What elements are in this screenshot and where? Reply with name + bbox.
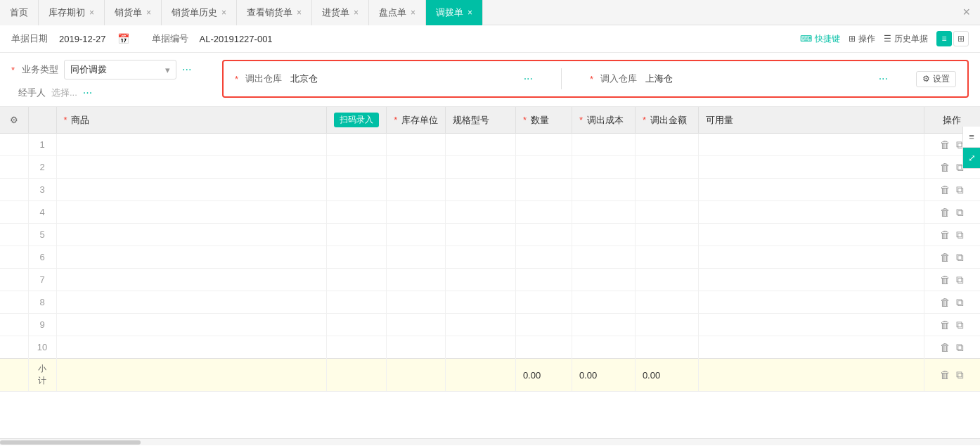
row-qty-cell[interactable] (515, 224, 572, 246)
row-spec-cell[interactable] (445, 224, 515, 246)
tab-purchase-close[interactable]: × (354, 8, 359, 18)
row-unit-cell[interactable] (387, 134, 446, 156)
row-product-cell[interactable] (56, 291, 327, 314)
row-spec-cell[interactable] (445, 314, 515, 336)
row-cost-cell[interactable] (572, 269, 635, 291)
tab-inventory-init[interactable]: 库存期初 × (39, 0, 105, 25)
row-amount-cell[interactable] (635, 269, 698, 291)
row-qty-cell[interactable] (515, 134, 572, 156)
row-qty-cell[interactable] (515, 156, 572, 179)
row-qty-cell[interactable] (515, 246, 572, 269)
row-cost-cell[interactable] (572, 336, 635, 359)
operations-button[interactable]: ⊞ 操作 (849, 33, 875, 45)
row-qty-cell[interactable] (515, 336, 572, 359)
row-cost-cell[interactable] (572, 246, 635, 269)
row-product-cell[interactable] (56, 224, 327, 246)
row-spec-cell[interactable] (445, 291, 515, 314)
row-unit-cell[interactable] (387, 314, 446, 336)
shortcut-button[interactable]: ⌨ 快捷键 (800, 33, 840, 45)
row-unit-cell[interactable] (387, 291, 446, 314)
row-spec-cell[interactable] (445, 201, 515, 224)
tab-home[interactable]: 首页 (0, 0, 39, 25)
row-cost-cell[interactable] (572, 179, 635, 201)
biz-type-select[interactable]: 同价调拨 ▾ (64, 60, 176, 79)
row-product-cell[interactable] (56, 246, 327, 269)
global-close-button[interactable]: × (953, 5, 980, 20)
row-product-cell[interactable] (56, 179, 327, 201)
list-view-button[interactable]: ≡ (936, 31, 952, 46)
row-amount-cell[interactable] (635, 179, 698, 201)
right-panel-list-button[interactable]: ≡ (963, 127, 980, 148)
row-qty-cell[interactable] (515, 291, 572, 314)
row-cost-cell[interactable] (572, 291, 635, 314)
tab-sales-history-close[interactable]: × (221, 8, 226, 18)
row-copy-icon[interactable]: ⧉ (956, 206, 964, 218)
row-delete-icon[interactable]: 🗑 (940, 319, 950, 331)
row-copy-icon[interactable]: ⧉ (956, 296, 964, 308)
tab-transfer-close[interactable]: × (468, 8, 472, 18)
biz-type-more-button[interactable]: ··· (182, 63, 191, 76)
row-product-cell[interactable] (56, 134, 327, 156)
row-delete-icon[interactable]: 🗑 (940, 296, 950, 308)
row-delete-icon[interactable]: 🗑 (940, 139, 950, 151)
row-product-cell[interactable] (56, 156, 327, 179)
tab-sales-history[interactable]: 销货单历史 × (162, 0, 237, 25)
subtotal-delete-icon[interactable]: 🗑 (940, 369, 950, 381)
row-spec-cell[interactable] (445, 134, 515, 156)
row-qty-cell[interactable] (515, 201, 572, 224)
row-cost-cell[interactable] (572, 201, 635, 224)
handler-more-button[interactable]: ··· (83, 87, 92, 99)
out-warehouse-more-button[interactable]: ··· (524, 72, 533, 85)
row-qty-cell[interactable] (515, 269, 572, 291)
tab-stocktake[interactable]: 盘点单 × (369, 0, 426, 25)
row-spec-cell[interactable] (445, 246, 515, 269)
tab-sales-order[interactable]: 销货单 × (105, 0, 162, 25)
row-cost-cell[interactable] (572, 156, 635, 179)
row-copy-icon[interactable]: ⧉ (956, 229, 964, 241)
row-delete-icon[interactable]: 🗑 (940, 206, 950, 218)
row-unit-cell[interactable] (387, 156, 446, 179)
row-cost-cell[interactable] (572, 314, 635, 336)
row-copy-icon[interactable]: ⧉ (956, 274, 964, 286)
row-unit-cell[interactable] (387, 201, 446, 224)
row-amount-cell[interactable] (635, 314, 698, 336)
row-copy-icon[interactable]: ⧉ (956, 341, 964, 353)
row-product-cell[interactable] (56, 269, 327, 291)
row-cost-cell[interactable] (572, 134, 635, 156)
grid-view-button[interactable]: ⊞ (953, 31, 969, 46)
row-cost-cell[interactable] (572, 224, 635, 246)
tab-view-sales-close[interactable]: × (297, 8, 302, 18)
calendar-icon[interactable]: 📅 (117, 33, 129, 44)
in-warehouse-more-button[interactable]: ··· (879, 72, 888, 85)
row-copy-icon[interactable]: ⧉ (956, 184, 964, 196)
row-qty-cell[interactable] (515, 179, 572, 201)
row-amount-cell[interactable] (635, 201, 698, 224)
row-spec-cell[interactable] (445, 269, 515, 291)
row-spec-cell[interactable] (445, 179, 515, 201)
row-product-cell[interactable] (56, 314, 327, 336)
row-amount-cell[interactable] (635, 336, 698, 359)
row-delete-icon[interactable]: 🗑 (940, 184, 950, 196)
row-spec-cell[interactable] (445, 156, 515, 179)
tab-purchase[interactable]: 进货单 × (312, 0, 369, 25)
handler-placeholder[interactable]: 选择... (51, 87, 77, 99)
row-amount-cell[interactable] (635, 156, 698, 179)
row-delete-icon[interactable]: 🗑 (940, 251, 950, 263)
row-product-cell[interactable] (56, 336, 327, 359)
tab-stocktake-close[interactable]: × (411, 8, 415, 18)
row-qty-cell[interactable] (515, 314, 572, 336)
row-unit-cell[interactable] (387, 246, 446, 269)
row-amount-cell[interactable] (635, 291, 698, 314)
row-copy-icon[interactable]: ⧉ (956, 251, 964, 263)
row-unit-cell[interactable] (387, 179, 446, 201)
tab-inventory-init-close[interactable]: × (89, 8, 94, 18)
row-amount-cell[interactable] (635, 134, 698, 156)
row-unit-cell[interactable] (387, 224, 446, 246)
tab-view-sales[interactable]: 查看销货单 × (237, 0, 312, 25)
col-settings-gear-icon[interactable]: ⚙ (10, 115, 18, 125)
tab-sales-order-close[interactable]: × (146, 8, 151, 18)
tab-transfer[interactable]: 调拨单 × (426, 0, 483, 25)
row-product-cell[interactable] (56, 201, 327, 224)
row-amount-cell[interactable] (635, 246, 698, 269)
row-unit-cell[interactable] (387, 269, 446, 291)
